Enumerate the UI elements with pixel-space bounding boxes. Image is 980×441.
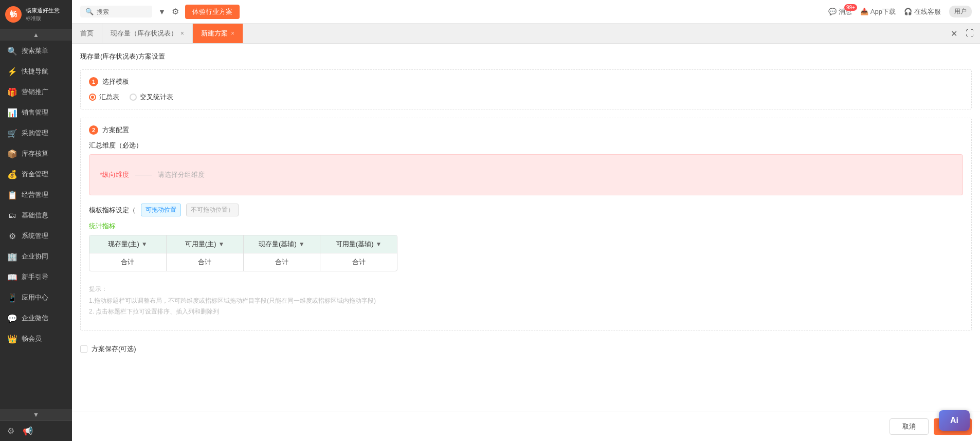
sales-icon: 📊 <box>7 107 17 118</box>
tab-new-plan[interactable]: 新建方案 × <box>193 24 243 43</box>
app-center-icon: 📱 <box>7 292 17 303</box>
sidebar-item-marketing[interactable]: 🎁 营销推广 <box>0 82 72 102</box>
sidebar-item-label: 库存核算 <box>22 149 48 158</box>
message-icon: 💬 <box>828 8 837 15</box>
tips-section: 提示： 1.拖动标题栏可以调整布局，不可跨维度或指标区域拖动栏目字段(只能在同一… <box>89 280 963 323</box>
stats-col-2-dropdown-icon[interactable]: ▼ <box>219 241 225 248</box>
stats-cell-0-1: 合计 <box>167 253 244 271</box>
sidebar-item-label: 新手引导 <box>22 272 48 282</box>
save-checkbox[interactable] <box>80 345 87 353</box>
sidebar-item-inventory[interactable]: 📦 库存核算 <box>0 143 72 164</box>
template-radio-group: 汇总表 交叉统计表 <box>89 93 963 102</box>
stats-col-4[interactable]: 可用量(基辅) ▼ <box>320 235 397 253</box>
finance-icon: 💰 <box>7 169 17 179</box>
stats-col-3-dropdown-icon[interactable]: ▼ <box>299 241 305 248</box>
section2-number: 2 <box>89 125 98 135</box>
section2-title: 方案配置 <box>102 125 129 135</box>
user-avatar[interactable]: 用户 <box>949 6 972 17</box>
close-window-icon[interactable]: ✕ <box>949 28 959 40</box>
topbar-gear-icon[interactable]: ⚙ <box>172 7 179 16</box>
search-menu-icon: 🔍 <box>7 46 17 56</box>
online-support-btn[interactable]: 🎧 在线客服 <box>904 7 941 16</box>
stats-table: 现存量(主) ▼ 可用量(主) ▼ 现存量(基辅) ▼ 可用量(基辅) ▼ <box>89 235 397 271</box>
messages-badge: 99+ <box>844 4 857 11</box>
search-input[interactable] <box>97 8 138 15</box>
tab-close-active-icon[interactable]: × <box>231 30 234 37</box>
stats-col-1-dropdown-icon[interactable]: ▼ <box>141 241 148 248</box>
stats-col-4-dropdown-icon[interactable]: ▼ <box>376 241 382 248</box>
search-icon: 🔍 <box>85 8 94 15</box>
sidebar-item-sales[interactable]: 📊 销售管理 <box>0 102 72 123</box>
tabs-bar: 首页 现存量（库存状况表） × 新建方案 × ✕ ⛶ <box>72 24 980 44</box>
quick-nav-icon: ⚡ <box>7 66 17 77</box>
topbar-dropdown-icon[interactable]: ▼ <box>158 8 166 16</box>
page-title: 现存量(库存状况表)方案设置 <box>80 52 972 61</box>
app-download-btn[interactable]: 📥 App下载 <box>860 7 896 16</box>
sidebar-item-enterprise[interactable]: 🏢 企业协同 <box>0 246 72 267</box>
tips-item-1: 2. 点击标题栏下拉可设置排序、插入列和删除列 <box>89 307 963 316</box>
inventory-icon: 📦 <box>7 149 17 159</box>
sidebar-item-label: 搜索菜单 <box>22 46 48 56</box>
radio-summary-dot <box>89 94 96 101</box>
section-choose-template: 1 选择模板 汇总表 交叉统计表 <box>80 69 972 109</box>
sidebar-item-membership[interactable]: 👑 畅会员 <box>0 328 72 349</box>
tab-window-controls: ✕ ⛶ <box>949 28 980 40</box>
sidebar-item-purchase[interactable]: 🛒 采购管理 <box>0 123 72 143</box>
section1-title: 选择模板 <box>102 77 129 86</box>
sidebar-footer: ⚙ 📢 <box>0 420 72 441</box>
online-support-label: 在线客服 <box>914 7 941 16</box>
stats-col-3[interactable]: 现存量(基辅) ▼ <box>244 235 321 253</box>
sidebar-item-label: 畅会员 <box>22 334 42 343</box>
sidebar-scroll-down[interactable]: ▼ <box>0 409 72 420</box>
app-download-label: App下载 <box>870 7 896 16</box>
sidebar-item-basic-info[interactable]: 🗂 基础信息 <box>0 205 72 226</box>
sidebar-item-label: 企业协同 <box>22 252 48 261</box>
cancel-button[interactable]: 取消 <box>890 418 929 435</box>
content-area: 现存量(库存状况表)方案设置 1 选择模板 汇总表 交叉统计表 2 <box>72 44 980 412</box>
sidebar-item-operations[interactable]: 📋 经营管理 <box>0 185 72 205</box>
stats-table-row-0: 合计 合计 合计 合计 <box>89 253 397 271</box>
dimension-arrow: —— <box>135 170 152 179</box>
topbar-right: 💬 消息 99+ 📥 App下载 🎧 在线客服 用户 <box>828 6 972 17</box>
dimension-area[interactable]: *纵向维度 —— 请选择分组维度 <box>89 154 963 195</box>
stats-cell-0-2: 合计 <box>244 253 321 271</box>
expand-window-icon[interactable]: ⛶ <box>964 28 976 39</box>
stats-col-1-label: 现存量(主) <box>108 240 139 249</box>
wechat-icon: 💬 <box>7 313 17 323</box>
trial-btn[interactable]: 体验行业方案 <box>185 5 240 19</box>
sidebar-scroll-up[interactable]: ▲ <box>0 29 72 41</box>
speaker-icon[interactable]: 📢 <box>23 426 33 436</box>
sidebar-nav: 🔍 搜索菜单 ⚡ 快捷导航 🎁 营销推广 📊 销售管理 🛒 采购管理 📦 库存核… <box>0 41 72 409</box>
sidebar-item-search-menu[interactable]: 🔍 搜索菜单 <box>0 41 72 61</box>
tab-home[interactable]: 首页 <box>72 24 102 43</box>
tab-label: 新建方案 <box>201 29 228 38</box>
sidebar-item-app-center[interactable]: 📱 应用中心 <box>0 287 72 308</box>
sidebar-item-label: 基础信息 <box>22 211 48 220</box>
radio-cross-label: 交叉统计表 <box>140 93 173 102</box>
dimension-required-text: *纵向维度 <box>100 170 129 179</box>
indicators-label-text: 模板指标设定（ <box>89 206 136 215</box>
sidebar-item-finance[interactable]: 💰 资金管理 <box>0 164 72 185</box>
stats-col-2[interactable]: 可用量(主) ▼ <box>167 235 244 253</box>
radio-cross[interactable]: 交叉统计表 <box>130 93 173 102</box>
sidebar-item-new-guide[interactable]: 📖 新手引导 <box>0 267 72 287</box>
messages-btn[interactable]: 💬 消息 99+ <box>828 7 852 16</box>
topbar-search-box[interactable]: 🔍 <box>80 6 152 17</box>
stats-cell-0-0: 合计 <box>89 253 167 271</box>
settings-icon[interactable]: ⚙ <box>7 426 14 436</box>
tab-inventory-status[interactable]: 现存量（库存状况表） × <box>102 24 193 43</box>
radio-summary[interactable]: 汇总表 <box>89 93 119 102</box>
indicators-label: 模板指标设定（ 可拖动位置 不可拖动位置） <box>89 204 963 216</box>
operations-icon: 📋 <box>7 190 17 200</box>
app-logo-text: 畅康通好生意 标准版 <box>26 7 60 22</box>
stats-col-1[interactable]: 现存量(主) ▼ <box>89 235 167 253</box>
tab-close-icon[interactable]: × <box>180 30 184 37</box>
radio-summary-label: 汇总表 <box>99 93 119 102</box>
sidebar-item-wechat[interactable]: 💬 企业微信 <box>0 308 72 328</box>
sidebar-item-system[interactable]: ⚙ 系统管理 <box>0 226 72 246</box>
ai-fab-button[interactable]: Ai <box>939 410 970 431</box>
bottom-action-bar: 取消 查询 <box>72 412 980 441</box>
sidebar-item-quick-nav[interactable]: ⚡ 快捷导航 <box>0 61 72 82</box>
radio-cross-dot <box>130 94 137 101</box>
main-area: 🔍 ▼ ⚙ 体验行业方案 💬 消息 99+ 📥 App下载 🎧 在线客服 用户 <box>72 0 980 441</box>
